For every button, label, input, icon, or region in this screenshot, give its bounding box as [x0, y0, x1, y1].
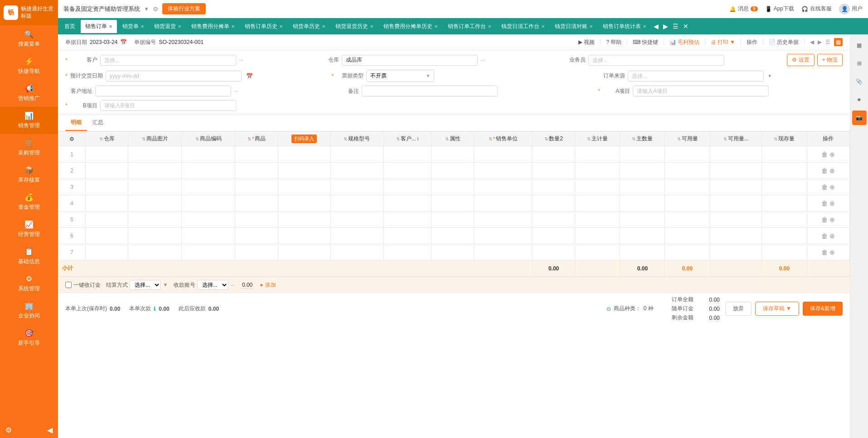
tab-sales-order-history[interactable]: 销售订单历史 ✕ — [240, 20, 287, 33]
tab-sales-return-close-icon[interactable]: ✕ — [178, 24, 181, 29]
th-scan[interactable]: 扫码录入 — [278, 132, 330, 146]
payment-method-select[interactable]: 选择... — [130, 280, 161, 290]
settings-topbar-icon[interactable]: ⚙ — [153, 5, 159, 13]
row-7-delete-icon[interactable]: 🗑 — [821, 249, 828, 256]
calendar-icon[interactable]: 📅 — [120, 39, 127, 45]
row-6-quantity2[interactable] — [532, 228, 575, 244]
tab-sales-fee-history[interactable]: 销售费用分摊单历史 ✕ — [379, 20, 442, 33]
tab-sales-order[interactable]: 销售订单 ✕ — [81, 20, 117, 33]
row-1-current-qty[interactable] — [762, 146, 807, 163]
th-sales-unit[interactable]: ⇅ * 销售单位 — [474, 132, 532, 146]
row-7-main-unit[interactable] — [575, 244, 620, 260]
row-5-product-code[interactable] — [182, 212, 235, 228]
row-5-customer-field[interactable] — [383, 212, 431, 228]
row-3-available-qty[interactable] — [665, 179, 710, 195]
th-product[interactable]: ⇅ * 商品 — [235, 132, 278, 146]
row-6-available-qty[interactable] — [665, 228, 710, 244]
customer-more-icon[interactable]: ··· — [239, 57, 243, 63]
sidebar-item-operations[interactable]: 📈 经营管理 — [0, 216, 58, 243]
row-4-quantity2[interactable] — [532, 195, 575, 212]
row-3-product-code[interactable] — [182, 179, 235, 195]
sidebar-item-guide[interactable]: 🎯 新手引导 — [0, 324, 58, 351]
row-2-available-ellipsis[interactable] — [710, 163, 762, 179]
row-3-attribute[interactable] — [431, 179, 474, 195]
row-1-delete-icon[interactable]: 🗑 — [821, 151, 828, 158]
row-5-delete-icon[interactable]: 🗑 — [821, 216, 828, 223]
row-5-product[interactable] — [235, 212, 278, 228]
th-spec-model[interactable]: ⇅ 规格型号 — [330, 132, 383, 146]
row-7-product-image[interactable] — [128, 244, 182, 260]
th-attribute[interactable]: ⇅ 属性 — [431, 132, 474, 146]
row-7-copy-icon[interactable]: ⊕ — [829, 249, 835, 256]
add-goods-btn[interactable]: + 物流 — [817, 54, 843, 66]
row-6-spec-model[interactable] — [330, 228, 383, 244]
row-5-warehouse[interactable] — [86, 212, 128, 228]
row-4-available-qty[interactable] — [665, 195, 710, 212]
order-source-input[interactable] — [628, 71, 764, 82]
notifications-btn[interactable]: 🔔 消息 9 — [729, 5, 758, 13]
scan-btn[interactable]: 扫码录入 — [291, 135, 317, 143]
row-1-available-qty[interactable] — [665, 146, 710, 163]
online-service-btn[interactable]: 🎧 在线客服 — [801, 5, 832, 13]
table-settings-icon[interactable]: ⚙ — [69, 136, 74, 142]
row-2-available-qty[interactable] — [665, 163, 710, 179]
row-6-available-ellipsis[interactable] — [710, 228, 762, 244]
row-7-attribute[interactable] — [431, 244, 474, 260]
row-2-main-quantity[interactable] — [620, 163, 665, 179]
row-2-main-unit[interactable] — [575, 163, 620, 179]
row-7-main-quantity[interactable] — [620, 244, 665, 260]
th-customer-field[interactable]: ⇅ 客户... ℹ — [383, 132, 431, 146]
right-panel-attachment-btn[interactable]: 📎 — [852, 74, 867, 89]
discard-btn[interactable]: 放弃 — [725, 302, 752, 316]
tab-sales-return[interactable]: 销货退货 ✕ — [150, 20, 186, 33]
sidebar-item-quick-nav[interactable]: ⚡ 快捷导航 — [0, 53, 58, 80]
row-2-current-qty[interactable] — [762, 163, 807, 179]
settings-btn[interactable]: ⚙ 设置 — [787, 54, 814, 66]
print-btn[interactable]: 🖨 打印 ▼ — [711, 39, 735, 46]
th-settings[interactable]: ⚙ — [58, 132, 86, 146]
row-2-product-code[interactable] — [182, 163, 235, 179]
row-5-main-unit[interactable] — [575, 212, 620, 228]
row-4-warehouse[interactable] — [86, 195, 128, 212]
th-quantity2[interactable]: ⇅ 数量2 — [532, 132, 575, 146]
row-3-warehouse[interactable] — [86, 179, 128, 195]
row-5-attribute[interactable] — [431, 212, 474, 228]
row-1-available-ellipsis[interactable] — [710, 146, 762, 163]
view-btn[interactable]: ▶ 视频 — [578, 39, 595, 46]
row-7-warehouse[interactable] — [86, 244, 128, 260]
th-main-unit[interactable]: ⇅ 主计量 — [575, 132, 620, 146]
row-3-quantity2[interactable] — [532, 179, 575, 195]
row-3-delete-icon[interactable]: 🗑 — [821, 183, 828, 191]
row-7-available-qty[interactable] — [665, 244, 710, 260]
row-4-copy-icon[interactable]: ⊕ — [829, 200, 835, 207]
row-1-product-code[interactable] — [182, 146, 235, 163]
tabs-close-all-icon[interactable]: ✕ — [681, 23, 690, 30]
row-5-main-quantity[interactable] — [620, 212, 665, 228]
next-record-icon[interactable]: ▶ — [818, 39, 822, 45]
row-3-copy-icon[interactable]: ⊕ — [829, 183, 835, 191]
row-1-sales-unit[interactable] — [474, 146, 532, 163]
help-btn[interactable]: ? 帮助 — [606, 39, 621, 46]
row-1-attribute[interactable] — [431, 146, 474, 163]
customer-address-more-icon[interactable]: ··· — [234, 88, 238, 94]
tab-sales-order-stats[interactable]: 销售订单统计表 ✕ — [598, 20, 651, 33]
sidebar-item-inventory[interactable]: 📦 库存核算 — [0, 161, 58, 188]
tab-sales-order-close-icon[interactable]: ✕ — [109, 24, 112, 29]
tab-credit-daily-workbench[interactable]: 钱货日清工作台 ✕ — [497, 20, 549, 33]
row-3-product-image[interactable] — [128, 179, 182, 195]
row-4-current-qty[interactable] — [762, 195, 807, 212]
warehouse-input[interactable] — [342, 55, 478, 66]
row-6-main-quantity[interactable] — [620, 228, 665, 244]
tab-credit-daily-reconcile-close-icon[interactable]: ✕ — [589, 24, 593, 29]
row-3-available-ellipsis[interactable] — [710, 179, 762, 195]
row-4-sales-unit[interactable] — [474, 195, 532, 212]
tab-sales-fee-split-close-icon[interactable]: ✕ — [231, 24, 235, 29]
account-select[interactable]: 选择... — [197, 280, 228, 290]
row-6-attribute[interactable] — [431, 228, 474, 244]
table-scroll-area[interactable]: ⚙ ⇅ 仓库 ⇅ 商品图片 — [58, 131, 850, 277]
sidebar-item-basic-info[interactable]: 📋 基础信息 — [0, 243, 58, 270]
row-4-main-unit[interactable] — [575, 195, 620, 212]
row-7-product[interactable] — [235, 244, 278, 260]
tab-sales-return-history-close-icon[interactable]: ✕ — [370, 24, 373, 29]
row-3-product[interactable] — [235, 179, 278, 195]
